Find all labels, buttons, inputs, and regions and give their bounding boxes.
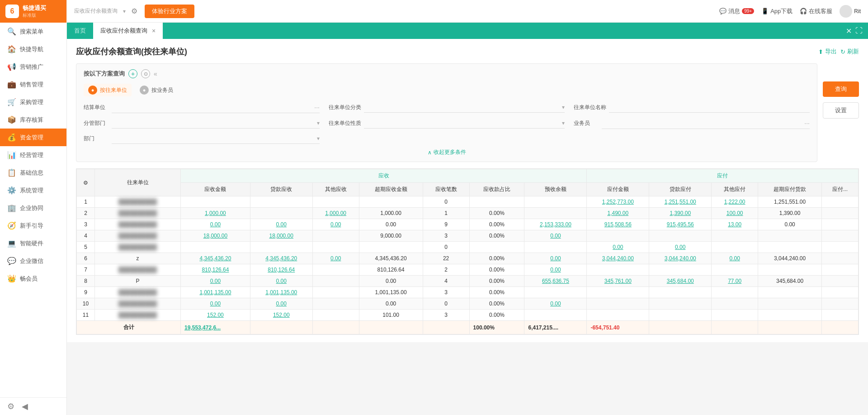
notification-item[interactable]: 💬 消息 99+ — [719, 7, 754, 15]
collapse-sidebar-icon[interactable]: ◀ — [22, 401, 28, 411]
table-cell[interactable]: 0.00 — [524, 298, 587, 310]
field-partner-nature-select[interactable]: ▾ — [364, 118, 565, 129]
sidebar-item-system[interactable]: ⚙️ 系统管理 — [0, 181, 66, 199]
sidebar-item-quick-nav[interactable]: 🏠 快捷导航 — [0, 40, 66, 58]
filter-add-btn[interactable]: + — [128, 69, 137, 78]
table-cell[interactable]: 4,345,436.20 — [181, 253, 250, 264]
table-cell[interactable]: 3,044,240.00 — [587, 253, 649, 264]
table-cell[interactable]: 0.00 — [312, 253, 359, 264]
sidebar-item-guide[interactable]: 🧭 新手引导 — [0, 217, 66, 234]
field-partner-category-select[interactable]: ▾ — [364, 102, 565, 113]
sidebar-item-wechat[interactable]: 💬 企业微信 — [0, 252, 66, 270]
sidebar-item-enterprise[interactable]: 🏢 企业协同 — [0, 199, 66, 217]
footer-receivable-total[interactable]: 19,553,472,6... — [181, 321, 250, 334]
table-cell[interactable]: 810,126.64 — [181, 264, 250, 276]
field-salesman-input[interactable]: ··· — [602, 118, 810, 129]
app-download-item[interactable]: 📱 App下载 — [761, 7, 793, 15]
settings-icon[interactable]: ⚙ — [7, 401, 14, 411]
tab-home[interactable]: 首页 — [67, 23, 93, 39]
sidebar-item-sales[interactable]: 💼 销售管理 — [0, 76, 66, 93]
td-recv-count: 3 — [423, 230, 469, 242]
table-cell[interactable]: 77.00 — [712, 276, 758, 287]
header-settings-icon[interactable]: ⚙ — [131, 7, 137, 15]
table-cell[interactable]: 1,000.00 — [312, 208, 359, 219]
table-cell[interactable]: 0.00 — [649, 242, 712, 253]
td-overdue-pay — [758, 264, 822, 276]
trial-btn[interactable]: 体验行业方案 — [145, 5, 194, 18]
collapse-btn[interactable]: ∧ 收起更多条件 — [428, 148, 466, 156]
online-service-item[interactable]: 🎧 在线客服 — [800, 7, 832, 15]
table-cell[interactable]: 0.00 — [712, 253, 758, 264]
table-cell[interactable]: 2,153,333.00 — [524, 219, 587, 230]
sidebar-item-basic-info[interactable]: 📋 基础信息 — [0, 164, 66, 181]
th-settings[interactable]: ⚙ — [77, 169, 95, 196]
td-overdue-recv: 4,345,436.20 — [359, 253, 423, 264]
table-cell[interactable]: 655,636.75 — [524, 276, 587, 287]
field-partner-name-input[interactable] — [609, 102, 810, 113]
table-row: 11 ██████████ 152.00 152.00 101.00 3 0.0… — [77, 310, 859, 321]
filter-option-by-salesman[interactable]: ● 按业务员 — [135, 84, 178, 96]
filter-option-by-partner[interactable]: ● 按往来单位 — [84, 84, 132, 96]
td-partner: ██████████ — [95, 219, 181, 230]
footer-payable-total[interactable]: -654,751.40 — [587, 321, 649, 334]
table-cell[interactable]: 0.00 — [587, 242, 649, 253]
user-item[interactable]: Rit — [840, 5, 861, 18]
table-cell[interactable]: 1,222.00 — [712, 196, 758, 208]
sidebar-item-inventory[interactable]: 📦 库存核算 — [0, 111, 66, 129]
chevron-partner-category: ▾ — [562, 104, 565, 110]
table-cell[interactable]: 0.00 — [250, 219, 312, 230]
table-cell[interactable]: 100.00 — [712, 208, 758, 219]
export-btn[interactable]: ⬆ 导出 — [818, 48, 837, 56]
table-cell[interactable]: 915,495.56 — [649, 219, 712, 230]
sidebar-item-member[interactable]: 👑 畅会员 — [0, 270, 66, 287]
table-cell[interactable]: 0.00 — [181, 219, 250, 230]
table-cell[interactable]: 1,390.00 — [649, 208, 712, 219]
table-cell[interactable]: 3,044,240.00 — [649, 253, 712, 264]
table-cell[interactable]: 1,000.00 — [181, 208, 250, 219]
table-cell[interactable]: 810,126.64 — [250, 264, 312, 276]
sidebar-item-operations[interactable]: 📊 经营管理 — [0, 146, 66, 164]
table-cell[interactable]: 1,001,135.00 — [250, 287, 312, 298]
tab-close-icon[interactable]: × — [152, 27, 156, 34]
table-cell[interactable]: 18,000.00 — [181, 230, 250, 242]
table-cell[interactable]: 13.00 — [712, 219, 758, 230]
table-cell[interactable]: 152.00 — [250, 310, 312, 321]
table-cell[interactable]: 152.00 — [181, 310, 250, 321]
table-cell[interactable]: 0.00 — [524, 253, 587, 264]
table-cell[interactable]: 1,251,551.00 — [649, 196, 712, 208]
table-cell[interactable]: 0.00 — [524, 264, 587, 276]
table-cell[interactable]: 1,490.00 — [587, 208, 649, 219]
field-dept-manager-select[interactable]: ▾ — [112, 118, 320, 129]
table-cell[interactable]: 1,252,773.00 — [587, 196, 649, 208]
sidebar-item-purchase[interactable]: 🛒 采购管理 — [0, 93, 66, 111]
table-cell[interactable]: 345,684.00 — [649, 276, 712, 287]
table-cell[interactable]: 0.00 — [181, 298, 250, 310]
td-partner: P — [95, 276, 181, 287]
settings-btn[interactable]: 设置 — [823, 102, 859, 119]
table-cell[interactable]: 0.00 — [250, 276, 312, 287]
sidebar-item-smart-hw[interactable]: 💻 智能硬件 — [0, 234, 66, 252]
table-cell[interactable]: 4,345,436.20 — [250, 253, 312, 264]
sidebar-label-guide: 新手引导 — [20, 222, 43, 230]
table-cell[interactable]: 1,001,135.00 — [181, 287, 250, 298]
tab-balance-query[interactable]: 应收应付余额查询 × — [93, 23, 163, 39]
table-cell[interactable]: 915,508.56 — [587, 219, 649, 230]
sidebar-item-marketing[interactable]: 📢 营销推广 — [0, 58, 66, 76]
field-department-select[interactable]: ▾ — [112, 134, 320, 144]
table-cell[interactable]: 0.00 — [312, 219, 359, 230]
field-settlement-input[interactable]: ··· — [112, 102, 320, 113]
td-recv-ratio: 0.00% — [469, 298, 524, 310]
table-cell[interactable]: 18,000.00 — [250, 230, 312, 242]
filter-config-btn[interactable]: ⊙ — [141, 69, 150, 78]
table-cell[interactable]: 345,761.00 — [587, 276, 649, 287]
refresh-btn[interactable]: ↻ 刷新 — [840, 48, 859, 56]
tab-close-window-icon[interactable]: ✕ — [846, 27, 852, 35]
sidebar-item-finance[interactable]: 💰 资金管理 — [0, 129, 66, 146]
filter-collapse-icon[interactable]: « — [154, 70, 157, 77]
query-btn[interactable]: 查询 — [823, 81, 859, 97]
table-cell[interactable]: 0.00 — [250, 298, 312, 310]
table-cell[interactable]: 0.00 — [524, 230, 587, 242]
tab-maximize-icon[interactable]: ⛶ — [855, 27, 863, 35]
sidebar-item-search-menu[interactable]: 🔍 搜索菜单 — [0, 23, 66, 40]
table-cell[interactable]: 0.00 — [181, 276, 250, 287]
